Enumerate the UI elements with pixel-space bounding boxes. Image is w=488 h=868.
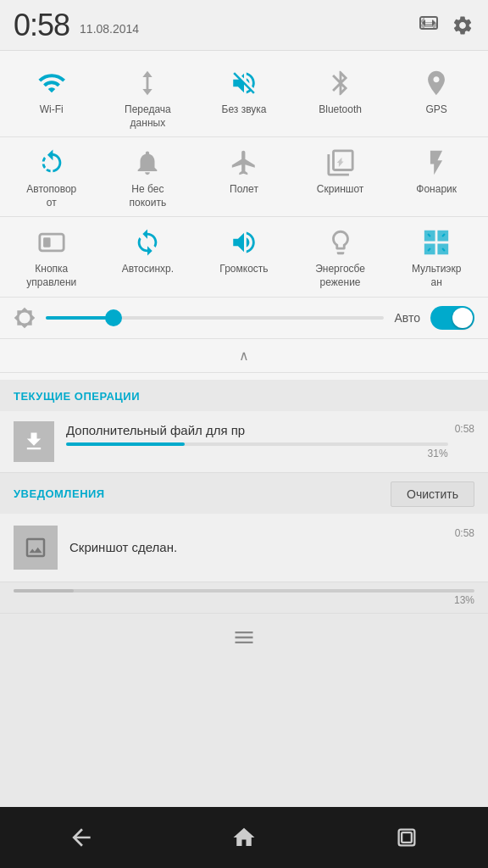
notifications-area: ТЕКУЩИЕ ОПЕРАЦИИ Дополнительный файл для… xyxy=(0,380,488,661)
donotdisturb-icon xyxy=(129,144,166,181)
data-transfer-icon xyxy=(129,64,166,102)
status-bar: 0:58 11.08.2014 xyxy=(0,0,488,51)
settings-icon[interactable] xyxy=(451,14,474,37)
download-progress-fill xyxy=(66,442,185,446)
notifications-header-row: УВЕДОМЛЕНИЯ Очистить xyxy=(0,475,488,514)
brightness-fill xyxy=(46,316,114,320)
back-button[interactable] xyxy=(56,821,107,854)
wifi-label: Wi-Fi xyxy=(40,103,64,117)
brightness-icon xyxy=(14,307,36,329)
autorotate-label: Автоповорот xyxy=(26,183,76,209)
download-percent: 31% xyxy=(66,448,448,459)
screenshot-time: 0:58 xyxy=(455,527,474,539)
qs-autorotate[interactable]: Автоповорот xyxy=(9,144,94,209)
screenshot-title: Скриншот сделан. xyxy=(69,540,455,554)
notifications-label: УВЕДОМЛЕНИЯ xyxy=(14,487,105,500)
qs-energy[interactable]: Энергосбережение xyxy=(298,224,383,289)
airplane-icon xyxy=(225,144,263,181)
qs-dnd[interactable]: Не беспокоить xyxy=(105,144,190,209)
svg-rect-1 xyxy=(40,234,64,251)
brightness-slider[interactable] xyxy=(46,309,384,326)
volume-label: Громкость xyxy=(219,263,268,276)
multiscreen-icon xyxy=(418,224,455,261)
hamburger-row[interactable] xyxy=(0,614,488,661)
bluetooth-label: Bluetooth xyxy=(319,103,362,117)
brightness-row: Авто xyxy=(0,298,488,339)
screenshot-label: Скриншот xyxy=(317,183,363,197)
volume-icon xyxy=(225,224,263,261)
qs-bluetooth[interactable]: Bluetooth xyxy=(298,64,383,130)
dnd-label: Не беспокоить xyxy=(130,183,167,209)
qs-screenshot[interactable]: Скриншот xyxy=(298,144,383,209)
svg-rect-2 xyxy=(43,238,51,248)
flashlight-label: Фонарик xyxy=(416,183,457,197)
qs-sound[interactable]: Без звука xyxy=(202,64,286,130)
energy-label: Энергосбережение xyxy=(315,263,365,289)
qs-row-2: Автоповорот Не беспокоить Полет xyxy=(0,137,488,217)
download-content: Дополнительный файл для пр 31% xyxy=(66,423,448,459)
status-date: 11.08.2014 xyxy=(80,22,139,36)
home-button[interactable] xyxy=(219,821,269,854)
bluetooth-icon xyxy=(322,64,359,102)
multiscreen-label: Мультиэкран xyxy=(412,263,461,289)
screenshot-notification[interactable]: Скриншот сделан. 0:58 xyxy=(0,514,488,582)
screen-rotate-icon xyxy=(417,14,441,37)
download-icon-area xyxy=(14,421,54,462)
sound-label: Без звука xyxy=(222,103,267,117)
brightness-track xyxy=(46,316,384,320)
status-time: 0:58 xyxy=(14,8,69,43)
qs-wifi[interactable]: Wi-Fi xyxy=(9,64,94,130)
gps-icon xyxy=(418,64,455,102)
brightness-thumb xyxy=(105,309,122,326)
qs-row-1: Wi-Fi Передачаданных Без звука xyxy=(0,58,488,137)
data-label: Передачаданных xyxy=(125,103,171,130)
qs-gps[interactable]: GPS xyxy=(394,64,479,130)
toggle-thumb xyxy=(452,308,473,328)
bottom-percent: 13% xyxy=(14,594,474,606)
qs-autosync[interactable]: Автосинхр. xyxy=(105,224,190,289)
status-icons-area xyxy=(417,14,474,37)
bottom-progress-area: 13% xyxy=(0,582,488,614)
clear-button[interactable]: Очистить xyxy=(391,481,474,507)
collapse-row[interactable]: ∧ xyxy=(0,339,488,373)
wifi-icon xyxy=(33,64,70,102)
current-ops-header: ТЕКУЩИЕ ОПЕРАЦИИ xyxy=(0,380,488,409)
screenshot-content: Скриншот сделан. xyxy=(69,540,455,554)
qs-row-3: Кнопкауправлени Автосинхр. Громкость xyxy=(0,217,488,297)
svg-rect-4 xyxy=(402,832,412,843)
flashlight-icon xyxy=(418,144,455,181)
qs-volume[interactable]: Громкость xyxy=(202,224,286,289)
auto-label: Авто xyxy=(394,311,420,325)
autosync-label: Автосинхр. xyxy=(122,263,175,276)
bottom-progress-fill xyxy=(14,589,74,593)
button-control-icon xyxy=(33,224,70,261)
energy-icon xyxy=(322,224,359,261)
download-progress-bar xyxy=(66,442,448,446)
download-notification[interactable]: Дополнительный файл для пр 31% 0:58 xyxy=(0,411,488,473)
autosync-icon xyxy=(129,224,166,261)
qs-data[interactable]: Передачаданных xyxy=(105,64,190,130)
nav-bar xyxy=(0,807,488,868)
qs-flashlight[interactable]: Фонарик xyxy=(394,144,479,209)
mute-icon xyxy=(225,64,263,102)
airplane-label: Полет xyxy=(230,183,258,197)
screenshot-icon-area xyxy=(14,526,58,570)
hamburger-icon xyxy=(232,626,256,649)
screenshot-icon xyxy=(322,144,359,181)
download-title: Дополнительный файл для пр xyxy=(66,423,448,437)
button-label: Кнопкауправлени xyxy=(26,263,76,289)
download-time: 0:58 xyxy=(455,423,474,435)
gps-label: GPS xyxy=(426,103,447,117)
quick-settings: Wi-Fi Передачаданных Без звука xyxy=(0,51,488,380)
auto-brightness-toggle[interactable] xyxy=(430,306,474,330)
recent-button[interactable] xyxy=(381,821,432,854)
collapse-arrow-icon: ∧ xyxy=(239,348,249,364)
autorotate-icon xyxy=(33,144,70,181)
qs-button[interactable]: Кнопкауправлени xyxy=(9,224,94,289)
bottom-progress-bar xyxy=(14,589,474,593)
qs-airplane[interactable]: Полет xyxy=(202,144,286,209)
qs-multiscreen[interactable]: Мультиэкран xyxy=(394,224,479,289)
